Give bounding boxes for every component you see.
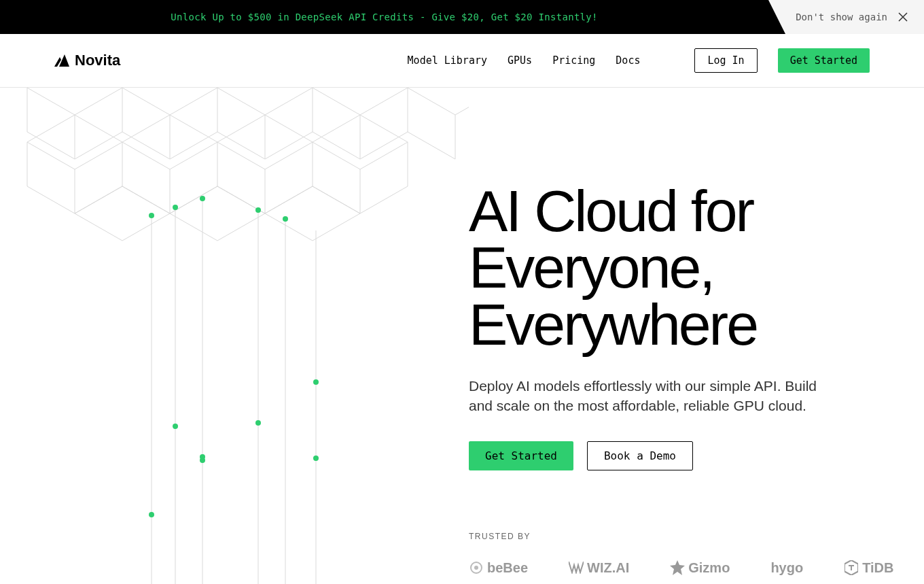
svg-point-19 [474,566,478,570]
login-button[interactable]: Log In [694,48,757,73]
nav-docs[interactable]: Docs [616,54,640,67]
main-nav: Model Library GPUs Pricing Docs Log In G… [408,48,870,73]
hero-subtitle: Deploy AI models effortlessly with our s… [469,377,836,415]
svg-point-11 [173,424,178,429]
svg-point-13 [200,454,205,460]
svg-point-10 [283,216,288,222]
partner-tidb: TiDB [844,560,893,576]
hero-title: AI Cloud for Everyone, Everywhere [469,183,870,353]
hero-section: AI Cloud for Everyone, Everywhere Deploy… [0,88,924,584]
hero-cta-row: Get Started Book a Demo [469,441,870,470]
hero-content: AI Cloud for Everyone, Everywhere Deploy… [469,183,870,576]
promo-banner-content[interactable]: Unlock Up to $500 in DeepSeek API Credit… [0,0,768,34]
svg-point-15 [313,379,319,385]
partner-label: hygo [770,560,803,576]
get-started-button[interactable]: Get Started [469,441,573,470]
svg-point-16 [313,456,319,461]
partner-label: WIZ.AI [587,560,629,576]
promo-text: Unlock Up to $500 in DeepSeek API Credit… [171,12,597,22]
svg-point-9 [255,207,261,213]
partner-label: Gizmo [688,560,730,576]
nav-pricing[interactable]: Pricing [552,54,595,67]
svg-point-12 [200,458,205,463]
partner-logos-row: beBee WIZ.AI Gizmo hygo T [469,560,870,576]
svg-point-7 [173,205,178,210]
nav-gpus[interactable]: GPUs [508,54,532,67]
book-demo-button[interactable]: Book a Demo [587,441,693,470]
get-started-nav-button[interactable]: Get Started [778,48,870,73]
close-icon[interactable] [898,12,908,22]
trusted-by-label: TRUSTED BY [469,532,870,541]
brand-logo-icon [54,54,69,67]
site-header: Novita Model Library GPUs Pricing Docs L… [0,34,924,88]
nav-model-library[interactable]: Model Library [408,54,487,67]
brand-logo[interactable]: Novita [54,52,120,69]
wiz-icon [569,560,584,575]
partner-label: TiDB [862,560,893,576]
svg-point-6 [149,213,154,218]
partner-wizai: WIZ.AI [569,560,629,576]
star-icon [670,560,685,575]
svg-point-8 [200,196,205,201]
partner-label: beBee [487,560,528,576]
dismiss-label[interactable]: Don't show again [796,12,887,22]
brand-name: Novita [75,52,120,69]
promo-banner-dismiss-area: Don't show again [768,0,924,34]
partner-bebee: beBee [469,560,528,576]
promo-banner: Unlock Up to $500 in DeepSeek API Credit… [0,0,924,34]
bee-icon [469,560,484,575]
hero-decoration [0,88,469,584]
svg-point-14 [255,420,261,426]
partner-hygo: hygo [770,560,803,576]
partner-gizmo: Gizmo [670,560,730,576]
svg-point-17 [149,512,154,517]
hexagon-icon [844,560,859,575]
